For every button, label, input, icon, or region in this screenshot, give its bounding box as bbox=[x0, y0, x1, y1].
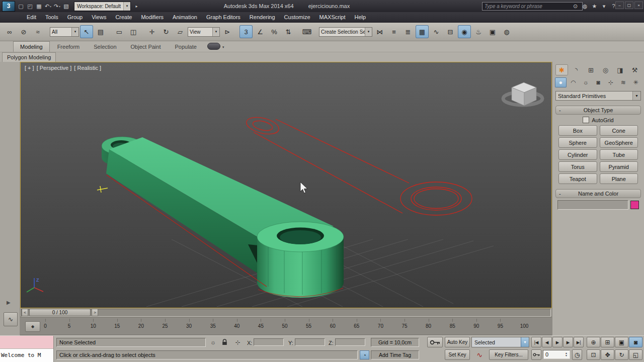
orbit-button[interactable]: ↻ bbox=[615, 349, 628, 360]
spacewarps-category[interactable]: ≋ bbox=[617, 77, 629, 87]
pan-button[interactable]: ✥ bbox=[601, 349, 614, 360]
zoom-extents-all-button[interactable]: ◙ bbox=[629, 337, 642, 347]
expand-panel-arrow-icon[interactable]: ▶ bbox=[7, 300, 11, 305]
current-frame-field[interactable]: 0 ▲▼ bbox=[543, 350, 570, 359]
select-by-name-icon[interactable]: ▤ bbox=[94, 25, 107, 38]
select-object-icon[interactable]: ↖ bbox=[80, 25, 93, 38]
key-filters-button[interactable]: Key Filters... bbox=[489, 349, 528, 360]
align-icon[interactable]: ≡ bbox=[387, 25, 400, 38]
viewport-general-menu[interactable]: [ + ] bbox=[25, 65, 34, 71]
undo-icon[interactable]: ↶▾ bbox=[44, 2, 52, 11]
primitives-dropdown[interactable]: Standard Primitives ▼ bbox=[555, 91, 641, 101]
modify-tab[interactable]: ◝ bbox=[570, 64, 583, 75]
selection-set-dropdown[interactable]: Create Selection Set▾ bbox=[319, 27, 372, 37]
zoom-button[interactable]: ⊕ bbox=[587, 337, 600, 347]
menu-item-group[interactable]: Group bbox=[63, 12, 88, 22]
frame-spinner[interactable]: ▲▼ bbox=[565, 352, 568, 357]
infocenter-menu-icon[interactable]: ▾ bbox=[600, 2, 608, 11]
prev-frame-button[interactable]: ◀ bbox=[542, 337, 552, 347]
create-tube-button[interactable]: Tube bbox=[600, 149, 638, 160]
menu-item-create[interactable]: Create bbox=[111, 12, 136, 22]
viewport-shading-menu[interactable]: [ Realistic ] bbox=[74, 65, 101, 71]
ribbon-tab-modeling[interactable]: Modeling bbox=[13, 41, 50, 52]
mirror-icon[interactable]: ⋈ bbox=[373, 25, 386, 38]
selection-filter-dropdown[interactable]: All▾ bbox=[50, 27, 79, 37]
rendered-frame-icon[interactable]: ▣ bbox=[486, 25, 499, 38]
time-slider-next-button[interactable]: > bbox=[92, 309, 98, 316]
zoom-all-button[interactable]: ⊞ bbox=[601, 337, 614, 347]
application-menu-button[interactable]: 3 bbox=[2, 1, 15, 12]
object-name-input[interactable] bbox=[557, 200, 628, 210]
select-and-rotate-icon[interactable]: ↻ bbox=[159, 25, 173, 38]
create-teapot-button[interactable]: Teapot bbox=[558, 173, 597, 184]
object-type-rollout-header[interactable]: - Object Type bbox=[555, 106, 641, 115]
shapes-category[interactable]: ◠ bbox=[568, 77, 579, 87]
menu-item-help[interactable]: Help bbox=[350, 12, 371, 22]
create-pyramid-button[interactable]: Pyramid bbox=[600, 161, 638, 172]
motion-tab[interactable]: ◎ bbox=[599, 64, 612, 75]
close-button[interactable]: × bbox=[634, 2, 643, 9]
solid-object[interactable] bbox=[102, 137, 344, 298]
angle-snap-icon[interactable]: ∠ bbox=[254, 25, 267, 38]
ribbon-toggle-icon[interactable]: ▦ bbox=[416, 25, 429, 38]
bind-to-space-warp-icon[interactable]: ≈ bbox=[31, 25, 44, 38]
redo-icon[interactable]: ↷▾ bbox=[53, 2, 61, 11]
create-sphere-button[interactable]: Sphere bbox=[558, 137, 597, 148]
track-bar-knob-icon[interactable]: ◆ bbox=[25, 321, 40, 332]
material-editor-icon[interactable]: ◉ bbox=[458, 25, 471, 38]
create-plane-button[interactable]: Plane bbox=[600, 173, 638, 184]
create-torus-button[interactable]: Torus bbox=[558, 161, 597, 172]
selection-region-icon[interactable]: ▭ bbox=[113, 25, 126, 38]
open-file-icon[interactable]: ◰ bbox=[26, 2, 34, 11]
select-and-scale-icon[interactable]: ▱ bbox=[174, 25, 187, 38]
zoom-region-button[interactable]: ⊡ bbox=[587, 349, 600, 360]
create-box-button[interactable]: Box bbox=[558, 125, 597, 136]
systems-category[interactable]: ✳ bbox=[630, 77, 641, 87]
communication-center-icon[interactable]: ◍ bbox=[581, 2, 589, 11]
time-slider-prev-button[interactable]: < bbox=[22, 309, 28, 316]
polygon-modeling-tab[interactable]: Polygon Modeling bbox=[2, 52, 56, 62]
ribbon-tab-object-paint[interactable]: Object Paint bbox=[124, 42, 168, 52]
lights-category[interactable]: ☼ bbox=[580, 77, 592, 87]
menu-item-customize[interactable]: Customize bbox=[280, 12, 315, 22]
object-color-swatch[interactable] bbox=[630, 201, 639, 209]
time-slider-handle[interactable]: 0 / 100 bbox=[29, 309, 91, 316]
menu-item-animation[interactable]: Animation bbox=[168, 12, 202, 22]
time-configuration-button[interactable]: ◷ bbox=[572, 349, 582, 360]
schematic-view-icon[interactable]: ⊟ bbox=[444, 25, 457, 38]
track-bar[interactable]: ◆ 05101520253035404550556065707580859095… bbox=[20, 317, 552, 335]
chevron-down-icon[interactable]: ▾ bbox=[222, 45, 224, 49]
key-tangents-icon[interactable]: ∿ bbox=[472, 349, 487, 360]
set-keys-button[interactable] bbox=[427, 337, 443, 347]
new-scene-icon[interactable]: ▢ bbox=[17, 2, 25, 11]
coord-x-input[interactable] bbox=[254, 338, 284, 346]
key-mode-toggle-button[interactable] bbox=[531, 349, 541, 360]
menu-item-tools[interactable]: Tools bbox=[41, 12, 63, 22]
ribbon-tab-selection[interactable]: Selection bbox=[87, 42, 123, 52]
curve-editor-icon[interactable]: ∿ bbox=[430, 25, 443, 38]
qat-overflow-icon[interactable]: ▸ bbox=[132, 2, 141, 11]
viewport-scene[interactable]: Z bbox=[21, 62, 551, 308]
layer-manager-icon[interactable]: ≣ bbox=[401, 25, 415, 38]
unlink-selection-icon[interactable]: ⊘ bbox=[17, 25, 30, 38]
workspace-dropdown[interactable]: Workspace: Default ▾ bbox=[74, 2, 131, 11]
time-slider-track[interactable]: < 0 / 100 > bbox=[21, 309, 551, 317]
search-input[interactable]: Type a keyword or phrase bbox=[482, 2, 583, 11]
save-file-icon[interactable]: ▦ bbox=[35, 2, 43, 11]
minimize-button[interactable]: ‒ bbox=[615, 2, 624, 9]
reference-coordinate-dropdown[interactable]: View▾ bbox=[188, 27, 220, 37]
menu-item-rendering[interactable]: Rendering bbox=[245, 12, 280, 22]
viewcube[interactable] bbox=[503, 82, 542, 106]
spline-shape[interactable] bbox=[245, 114, 472, 215]
autogrid-checkbox[interactable] bbox=[583, 117, 589, 123]
coord-y-input[interactable] bbox=[295, 338, 325, 346]
percent-snap-icon[interactable]: % bbox=[268, 25, 281, 38]
helpers-category[interactable]: ⊹ bbox=[605, 77, 616, 87]
maximize-viewport-button[interactable]: ◱ bbox=[629, 349, 642, 360]
auto-key-button[interactable]: Auto Key bbox=[445, 337, 470, 347]
menu-item-maxscript[interactable]: MAXScript bbox=[315, 12, 350, 22]
menu-item-graph-editors[interactable]: Graph Editors bbox=[202, 12, 245, 22]
play-button[interactable]: ▶ bbox=[552, 337, 562, 347]
viewport-pov-menu[interactable]: [ Perspective ] bbox=[37, 65, 72, 71]
zoom-extents-button[interactable]: ▣ bbox=[615, 337, 628, 347]
